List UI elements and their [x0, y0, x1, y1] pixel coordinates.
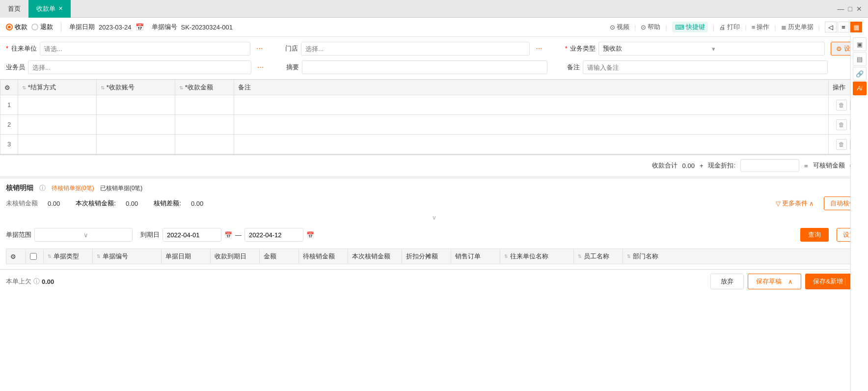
- date-end-input[interactable]: [244, 228, 303, 242]
- tab-receipt-label: 收款单: [36, 4, 55, 13]
- date-cal-icon-end[interactable]: 📅: [306, 231, 314, 239]
- doc-type-radio-group: 收款 退款: [6, 23, 53, 31]
- notes-input[interactable]: [583, 60, 828, 74]
- row-2-account[interactable]: [97, 115, 175, 135]
- save-btn-label: 保存&新增: [813, 277, 843, 286]
- doc-date-calendar-icon[interactable]: 📅: [136, 23, 144, 31]
- completed-tab[interactable]: 已核销单据(0笔): [100, 184, 143, 193]
- sort-arrows-counterpart: ⇅: [504, 254, 508, 259]
- sort-icon-2: ⇅: [101, 85, 105, 90]
- row-3-notes[interactable]: [234, 135, 829, 154]
- footer-info-icon[interactable]: ⓘ: [33, 277, 40, 286]
- sidebar-btn-link[interactable]: 🔗: [853, 67, 867, 81]
- shop-field: 门店 ···: [285, 42, 545, 56]
- row-1-settlement[interactable]: [18, 95, 97, 115]
- row-num-2: 2: [0, 115, 18, 135]
- print-btn-label: 打印: [727, 23, 740, 31]
- salesperson-field: 业务员 ···: [6, 60, 267, 74]
- footer: 本单上欠 ⓘ 0.00 放弃 保存草稿 ∧ 保存&新增 ∧: [0, 269, 868, 293]
- range-select[interactable]: ∨: [34, 228, 133, 242]
- collapse-arrow-icon[interactable]: ∨: [432, 214, 436, 221]
- bottom-table-header: ⚙ ⇅ 单据类型 ⇅ 单据编号 单据日期 收款到期日: [6, 249, 862, 264]
- verify-info-icon[interactable]: ⓘ: [39, 184, 46, 193]
- uncancelled-value: 0.00: [48, 200, 60, 207]
- salesperson-input[interactable]: [28, 60, 251, 74]
- form-row-1: * 往来单位 ··· 门店 ··· * 业务类型 预: [6, 42, 862, 56]
- bth-gear[interactable]: ⚙: [6, 250, 26, 263]
- notes-field: 备注: [567, 60, 828, 74]
- operate-btn[interactable]: ≡ 操作: [752, 23, 770, 31]
- counterpart-more-btn[interactable]: ···: [253, 44, 266, 53]
- date-start-input[interactable]: [163, 228, 221, 242]
- query-btn[interactable]: 查询: [800, 228, 829, 242]
- summary-input[interactable]: [302, 60, 547, 74]
- row-2-settlement[interactable]: [18, 115, 97, 135]
- row-3-amount[interactable]: [175, 135, 234, 154]
- receipt-radio[interactable]: 收款: [6, 23, 27, 31]
- row-1-notes[interactable]: [234, 95, 829, 115]
- window-close-btn[interactable]: ✕: [856, 5, 862, 13]
- row-3-account[interactable]: [97, 135, 175, 154]
- draft-btn[interactable]: 保存草稿 ∧: [748, 274, 801, 289]
- bth-dept: ⇅ 部门名称: [623, 249, 862, 264]
- bth-current-verify: 本次核销金额: [348, 249, 402, 264]
- counterpart-input[interactable]: [40, 42, 250, 56]
- discount-input[interactable]: [740, 159, 799, 172]
- bottom-table-wrapper: ⚙ ⇅ 单据类型 ⇅ 单据编号 单据日期 收款到期日: [6, 249, 862, 264]
- draft-btn-label: 保存草稿: [756, 277, 782, 286]
- discard-btn[interactable]: 放弃: [710, 274, 744, 289]
- row-2-delete-btn[interactable]: 🗑: [836, 119, 847, 130]
- sort-arrows-employee: ⇅: [578, 254, 582, 259]
- sort-arrows-type: ⇅: [48, 254, 52, 259]
- row-3-delete-btn[interactable]: 🗑: [836, 139, 847, 150]
- view-btn-card[interactable]: ▦: [850, 22, 862, 32]
- bth-date: 单据日期: [162, 249, 211, 264]
- sidebar-btn-table[interactable]: ▣: [853, 37, 867, 51]
- bth-employee: ⇅ 员工名称: [574, 249, 623, 264]
- summary-label: 摘要: [286, 63, 299, 72]
- row-1-delete-btn[interactable]: 🗑: [836, 100, 847, 111]
- more-conditions-btn[interactable]: ▽ 更多条件 ∧: [776, 199, 814, 208]
- row-1-account[interactable]: [97, 95, 175, 115]
- business-type-select[interactable]: 预收款 ▾: [598, 42, 825, 56]
- plus-sign: +: [700, 162, 704, 169]
- row-2-amount[interactable]: [175, 115, 234, 135]
- date-range-field: 到期日 📅 — 📅: [140, 228, 314, 242]
- shop-more-btn[interactable]: ···: [533, 44, 545, 53]
- summary-field: 摘要: [286, 60, 547, 74]
- history-btn[interactable]: ≣ 历史单据: [781, 23, 814, 31]
- sidebar-btn-doc[interactable]: ▤: [853, 52, 867, 66]
- doc-date-field: 单据日期 2023-03-24 📅: [69, 23, 144, 31]
- view-btn-grid[interactable]: ≡: [838, 22, 849, 32]
- table-header-row: ⚙ ⇅ *结算方式 ⇅ *收款账号 ⇅ *收款金额 备注: [0, 80, 868, 95]
- video-btn[interactable]: ⊙ 视频: [610, 23, 629, 31]
- select-all-checkbox[interactable]: [30, 253, 37, 260]
- shop-input[interactable]: [301, 42, 530, 56]
- salesperson-more-btn[interactable]: ···: [254, 63, 267, 72]
- due-date-label: 到期日: [140, 230, 160, 239]
- tab-close-icon[interactable]: ✕: [58, 5, 63, 12]
- window-maximize-btn[interactable]: □: [848, 5, 852, 13]
- tab-home[interactable]: 首页: [0, 0, 28, 18]
- pending-tab[interactable]: 待核销单据(0笔): [52, 184, 94, 193]
- collapse-indicator: ∨: [6, 214, 862, 221]
- range-label: 单据范围: [6, 230, 31, 239]
- equals-sign: =: [804, 162, 808, 169]
- view-btn-list[interactable]: ◁: [825, 22, 837, 32]
- help-btn[interactable]: ⊙ 帮助: [641, 23, 660, 31]
- row-2-notes[interactable]: [234, 115, 829, 135]
- gear-icon: ⚙: [4, 84, 10, 91]
- refund-radio[interactable]: 退款: [31, 23, 53, 31]
- bth-type: ⇅ 单据类型: [44, 249, 93, 264]
- sidebar-btn-ai[interactable]: Ai: [853, 82, 867, 95]
- row-3-settlement[interactable]: [18, 135, 97, 154]
- bth-checkbox[interactable]: [26, 250, 44, 263]
- date-cal-icon-start[interactable]: 📅: [224, 231, 232, 239]
- footer-bill-value: 0.00: [42, 278, 54, 285]
- row-1-amount[interactable]: [175, 95, 234, 115]
- th-gear[interactable]: ⚙: [0, 80, 18, 95]
- window-minimize-btn[interactable]: —: [838, 5, 844, 13]
- tab-receipt[interactable]: 收款单 ✕: [28, 0, 71, 18]
- print-btn[interactable]: 🖨 打印: [719, 23, 740, 31]
- shortcut-btn[interactable]: ⌨ 快捷键: [672, 22, 708, 32]
